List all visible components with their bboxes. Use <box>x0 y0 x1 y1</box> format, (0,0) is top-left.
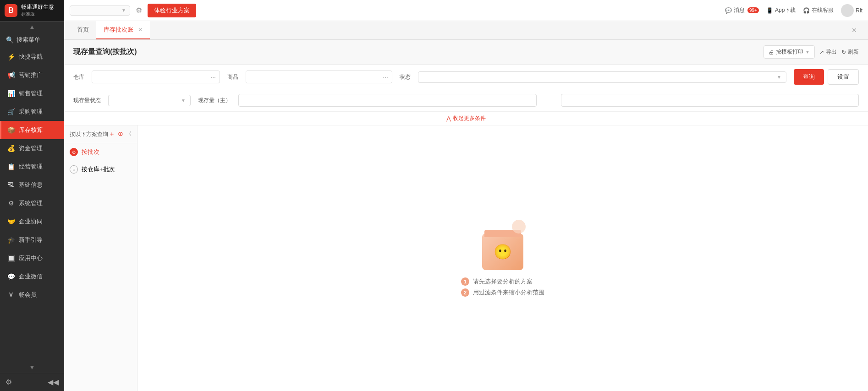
filter-collapse-btn[interactable]: ⋀ 收起更多条件 <box>64 111 868 125</box>
sidebar-item-label: 快捷导航 <box>19 53 43 61</box>
status-select[interactable]: ▼ <box>418 71 786 83</box>
app-name: 畅康通好生意 <box>21 4 54 11</box>
business-icon: 📋 <box>7 163 15 171</box>
warehouse-more-icon[interactable]: ··· <box>207 73 220 81</box>
experience-btn[interactable]: 体验行业方案 <box>148 4 196 17</box>
empty-state: 😶 1 请先选择要分析的方案 2 用过滤条件来缩小分析范围 <box>137 125 868 391</box>
settings-scheme-icon[interactable]: ⊕ <box>118 130 123 138</box>
sidebar-scroll-down[interactable]: ▼ <box>0 362 64 373</box>
sidebar-item-label: 系统管理 <box>19 199 43 207</box>
sidebar-item-wechat[interactable]: 💬 企业微信 <box>0 267 64 286</box>
apps-icon: 🔲 <box>7 254 15 262</box>
app-download-label: App下载 <box>775 6 796 14</box>
warehouse-label: 仓库 <box>73 73 84 81</box>
empty-box: 😶 <box>482 234 523 270</box>
warehouse-input[interactable] <box>92 71 207 83</box>
content-area: 现存量查询(按批次) 🖨 按模板打印 ▼ ↗ 导出 ↻ 刷新 <box>64 40 868 391</box>
product-more-icon[interactable]: ··· <box>379 73 392 81</box>
sidebar-footer: ⚙ ◀◀ <box>0 373 64 391</box>
inventory-status-label: 现存量状态 <box>73 97 101 104</box>
collapse-panel-icon[interactable]: 《 <box>126 130 132 138</box>
topbar-right: 💬 消息 99+ 📱 App下载 🎧 在线客服 Rit <box>725 4 863 17</box>
sidebar-item-sales[interactable]: 📊 销售管理 <box>0 84 64 103</box>
query-btn[interactable]: 查询 <box>794 69 824 85</box>
user-group[interactable]: Rit <box>841 4 863 17</box>
export-btn[interactable]: ↗ 导出 <box>819 48 837 56</box>
sidebar-item-finance[interactable]: 💰 资金管理 <box>0 139 64 157</box>
sidebar-header: B 畅康通好生意 标准版 <box>0 0 64 22</box>
scheme-label: 按仓库+批次 <box>82 165 115 174</box>
status-select-arrow-icon: ▼ <box>777 75 781 80</box>
scheme-item-batch[interactable]: ⊙ 按批次 <box>64 143 137 161</box>
topbar-search-input[interactable] <box>74 7 120 14</box>
tab-close-icon[interactable]: ✕ <box>138 27 143 33</box>
messages-group[interactable]: 💬 消息 99+ <box>725 6 759 14</box>
finance-icon: 💰 <box>7 144 15 152</box>
tab-home[interactable]: 首页 <box>70 21 96 39</box>
sidebar-item-label: 资金管理 <box>19 144 43 152</box>
app-download-group[interactable]: 📱 App下载 <box>766 6 796 14</box>
print-btn[interactable]: 🖨 按模板打印 ▼ <box>764 45 815 59</box>
export-icon: ↗ <box>819 49 824 55</box>
sidebar-item-member[interactable]: V 畅会员 <box>0 286 64 304</box>
sidebar-item-label: 畅会员 <box>19 291 37 299</box>
purchase-icon: 🛒 <box>7 108 15 116</box>
left-panel: 按以下方案查询 ＋ ⊕ 《 ⊙ 按批次 ○ 按仓库+批次 <box>64 125 137 391</box>
sidebar-item-label: 企业协同 <box>19 217 43 226</box>
export-btn-label: 导出 <box>826 48 837 56</box>
main-area: ▼ ⚙ 体验行业方案 💬 消息 99+ 📱 App下载 🎧 在线客服 Rit <box>64 0 868 391</box>
left-panel-icons: ＋ ⊕ 《 <box>109 130 132 138</box>
refresh-icon: ↻ <box>841 49 846 55</box>
collapse-sidebar-icon[interactable]: ◀◀ <box>48 378 59 386</box>
product-input[interactable] <box>246 71 379 83</box>
inventory-qty-from-input[interactable] <box>238 94 537 107</box>
sidebar-item-quick[interactable]: ⚡ 快捷导航 <box>0 48 64 66</box>
sidebar-item-label: 采购管理 <box>19 108 43 116</box>
scheme-item-warehouse-batch[interactable]: ○ 按仓库+批次 <box>64 161 137 178</box>
topbar: ▼ ⚙ 体验行业方案 💬 消息 99+ 📱 App下载 🎧 在线客服 Rit <box>64 0 868 21</box>
sidebar-item-business[interactable]: 📋 经营管理 <box>0 157 64 176</box>
avatar <box>841 4 854 17</box>
product-input-wrapper: ··· <box>246 71 392 83</box>
filter-row-1: 仓库 ··· 商品 ··· 状态 ▼ 查询 设置 <box>64 65 868 89</box>
sidebar-item-guide[interactable]: 🎓 新手引导 <box>0 231 64 249</box>
refresh-btn[interactable]: ↻ 刷新 <box>841 48 859 56</box>
inventory-qty-to-input[interactable] <box>561 94 859 107</box>
scheme-active-icon: ⊙ <box>70 148 78 156</box>
scheme-label: 按批次 <box>82 148 99 156</box>
sidebar-item-search[interactable]: 🔍 搜索菜单 <box>0 32 64 48</box>
print-icon: 🖨 <box>769 49 774 55</box>
print-chevron-icon: ▼ <box>805 49 810 54</box>
sidebar-scroll-up[interactable]: ▲ <box>0 22 64 32</box>
member-icon: V <box>7 291 15 299</box>
add-scheme-icon[interactable]: ＋ <box>109 130 115 138</box>
settings-btn[interactable]: 设置 <box>828 69 859 85</box>
inventory-status-select[interactable]: ▼ <box>108 95 191 106</box>
dropdown-arrow-icon[interactable]: ▼ <box>121 8 126 13</box>
guide-icon: 🎓 <box>7 236 15 244</box>
body-area: 按以下方案查询 ＋ ⊕ 《 ⊙ 按批次 ○ 按仓库+批次 <box>64 125 868 391</box>
empty-box-face-icon: 😶 <box>494 243 512 261</box>
sidebar-item-coop[interactable]: 🤝 企业协同 <box>0 212 64 231</box>
system-icon: ⚙ <box>7 199 15 207</box>
collapse-arrow-icon: ⋀ <box>446 115 451 122</box>
tab-close-main-icon[interactable]: ✕ <box>846 22 863 38</box>
hint-num-1: 1 <box>461 277 469 286</box>
sidebar-item-inventory[interactable]: 📦 库存核算 <box>0 121 64 139</box>
sidebar-item-base[interactable]: 🏗 基础信息 <box>0 176 64 194</box>
hint-num-2: 2 <box>461 288 469 297</box>
online-service-group[interactable]: 🎧 在线客服 <box>803 6 834 14</box>
page-header: 现存量查询(按批次) 🖨 按模板打印 ▼ ↗ 导出 ↻ 刷新 <box>64 40 868 65</box>
sidebar-item-apps[interactable]: 🔲 应用中心 <box>0 249 64 267</box>
wechat-icon: 💬 <box>7 272 15 281</box>
topbar-gear-icon[interactable]: ⚙ <box>136 6 142 15</box>
scheme-inactive-icon: ○ <box>70 165 78 174</box>
sidebar-item-system[interactable]: ⚙ 系统管理 <box>0 194 64 212</box>
inv-status-arrow-icon: ▼ <box>181 98 186 103</box>
page-title: 现存量查询(按批次) <box>73 47 137 57</box>
sidebar-item-purchase[interactable]: 🛒 采购管理 <box>0 103 64 121</box>
tab-inventory-batch[interactable]: 库存批次账 ✕ <box>96 21 150 39</box>
sidebar-item-marketing[interactable]: 📢 营销推广 <box>0 66 64 84</box>
headset-icon: 🎧 <box>803 7 810 14</box>
settings-icon[interactable]: ⚙ <box>5 378 12 386</box>
